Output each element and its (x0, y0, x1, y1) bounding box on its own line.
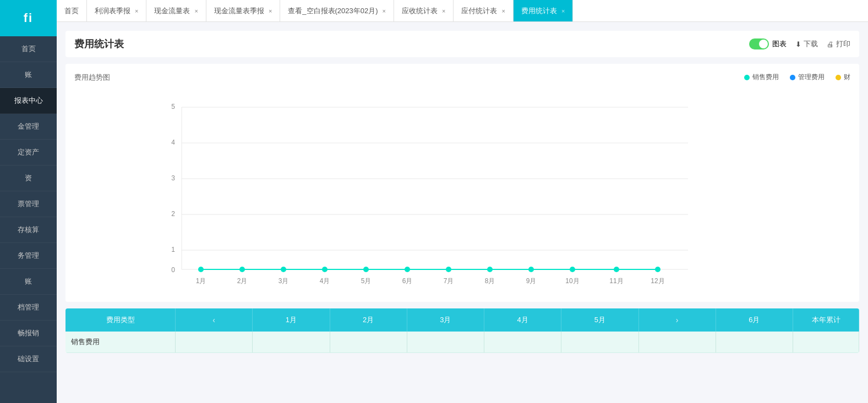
download-icon: ⬇ (795, 40, 801, 48)
tab-receivable[interactable]: 应收统计表 × (394, 0, 454, 21)
svg-text:11月: 11月 (609, 277, 623, 285)
svg-text:1月: 1月 (196, 277, 206, 285)
next-month-arrow-icon[interactable]: › (676, 316, 679, 324)
th-month-6: 6月 (716, 308, 793, 332)
td-m4-sales (484, 332, 561, 352)
svg-text:4: 4 (171, 139, 175, 146)
th-month-1: 1月 (253, 308, 330, 332)
legend-dot-sales (744, 75, 750, 80)
svg-text:12月: 12月 (651, 277, 664, 285)
chart-toggle-wrap: 图表 (749, 38, 787, 49)
legend-finance: 财 (836, 73, 850, 82)
svg-text:6月: 6月 (402, 277, 413, 285)
td-m1-sales (253, 332, 330, 352)
tab-close-payable[interactable]: × (501, 8, 505, 14)
svg-point-21 (528, 267, 534, 272)
svg-text:8月: 8月 (485, 277, 495, 285)
download-button[interactable]: ⬇ 下载 (795, 39, 818, 49)
page-title: 费用统计表 (74, 37, 124, 51)
svg-text:5: 5 (171, 103, 175, 111)
table-header: 费用类型 ‹ 1月 2月 3月 4月 5月 (65, 308, 859, 332)
sidebar-item-home[interactable]: 首页 (0, 36, 57, 62)
svg-point-17 (363, 267, 369, 272)
td-total-sales (793, 332, 859, 352)
svg-text:5月: 5月 (361, 277, 372, 285)
tab-close-receivable[interactable]: × (442, 8, 445, 14)
sidebar-item-service[interactable]: 务管理 (0, 243, 57, 269)
sidebar-item-account[interactable]: 账 (0, 62, 57, 88)
chart-area: 费用趋势图 销售费用 管理费用 财 (65, 64, 859, 302)
svg-text:7月: 7月 (444, 277, 454, 285)
tab-cashflow-quarterly[interactable]: 现金流量表季报 × (206, 0, 280, 21)
svg-text:10月: 10月 (565, 277, 579, 285)
th-prev-arrow[interactable]: ‹ (176, 308, 253, 332)
svg-text:2: 2 (171, 210, 175, 218)
svg-text:9月: 9月 (526, 277, 537, 285)
svg-point-13 (198, 267, 204, 272)
th-next-arrow[interactable]: › (639, 308, 716, 332)
print-button[interactable]: 🖨 打印 (827, 39, 850, 49)
sidebar-item-invoice[interactable]: 票管理 (0, 191, 57, 217)
svg-point-20 (487, 267, 493, 272)
tab-blank-report[interactable]: 查看_空白报表(2023年02月) × (280, 0, 394, 21)
prev-month-arrow-icon[interactable]: ‹ (212, 316, 215, 324)
tab-payable[interactable]: 应付统计表 × (454, 0, 513, 21)
legend-dot-admin (790, 75, 795, 80)
td-type-sales: 销售费用 (65, 332, 176, 352)
tab-expense-stats[interactable]: 费用统计表 × (514, 0, 573, 21)
svg-point-23 (614, 267, 619, 272)
sidebar-item-settings[interactable]: 础设置 (0, 346, 57, 372)
svg-text:1: 1 (171, 246, 175, 253)
sidebar-item-expense[interactable]: 畅报销 (0, 321, 57, 346)
sidebar-item-assets[interactable]: 定资产 (0, 140, 57, 165)
tab-close-blank-report[interactable]: × (383, 8, 386, 14)
tab-bar: 首页 利润表季报 × 现金流量表 × 现金流量表季报 × 查看_空白报表(202… (57, 0, 868, 22)
tab-profit-quarterly[interactable]: 利润表季报 × (87, 0, 146, 21)
svg-point-24 (655, 267, 660, 272)
chart-title: 费用趋势图 (74, 73, 110, 82)
svg-point-14 (239, 267, 245, 272)
sidebar-item-inventory[interactable]: 存核算 (0, 217, 57, 243)
svg-point-15 (281, 267, 286, 272)
td-m5-sales (561, 332, 638, 352)
svg-point-18 (405, 267, 410, 272)
td-prev-spacer (176, 332, 253, 352)
tab-close-cashflow[interactable]: × (194, 8, 198, 14)
sidebar-item-cash[interactable]: 金管理 (0, 114, 57, 140)
th-type: 费用类型 (65, 308, 176, 332)
chart-svg-wrap: 5 4 3 2 1 0 (74, 88, 850, 293)
th-month-4: 4月 (484, 308, 561, 332)
td-m6-sales (716, 332, 793, 352)
legend-sales: 销售费用 (744, 73, 779, 82)
th-total: 本年累计 (793, 308, 859, 332)
tab-cashflow[interactable]: 现金流量表 × (146, 0, 206, 21)
legend-admin: 管理费用 (790, 73, 825, 82)
svg-text:3月: 3月 (279, 277, 289, 285)
sidebar-item-reports[interactable]: 报表中心 (0, 88, 57, 114)
tab-home[interactable]: 首页 (57, 0, 87, 21)
td-m2-sales (330, 332, 407, 352)
tab-close-expense-stats[interactable]: × (561, 8, 565, 14)
th-month-2: 2月 (330, 308, 407, 332)
td-next-spacer (639, 332, 716, 352)
svg-text:2月: 2月 (237, 277, 248, 285)
main-content: 首页 利润表季报 × 现金流量表 × 现金流量表季报 × 查看_空白报表(202… (57, 0, 868, 403)
svg-text:3: 3 (171, 174, 175, 182)
data-table: 费用类型 ‹ 1月 2月 3月 4月 5月 (65, 308, 859, 353)
sidebar-item-salary[interactable]: 资 (0, 165, 57, 191)
chart-toggle-label: 图表 (772, 39, 787, 49)
sidebar-item-ledger[interactable]: 账 (0, 269, 57, 295)
tab-close-cashflow-quarterly[interactable]: × (269, 8, 272, 14)
sidebar: fi 首页 账 报表中心 金管理 定资产 资 票管理 存核算 务管理 账 档管理… (0, 0, 57, 403)
trend-chart: 5 4 3 2 1 0 (74, 88, 850, 291)
chart-toggle[interactable] (749, 38, 769, 49)
page-body: 费用统计表 图表 ⬇ 下载 🖨 打印 费用趋势图 (57, 22, 868, 403)
legend-dot-finance (836, 75, 841, 80)
svg-point-16 (322, 267, 327, 272)
header-actions: 图表 ⬇ 下载 🖨 打印 (749, 38, 850, 49)
page-header: 费用统计表 图表 ⬇ 下载 🖨 打印 (65, 31, 859, 57)
svg-point-22 (570, 267, 575, 272)
td-m3-sales (407, 332, 484, 352)
sidebar-item-archive[interactable]: 档管理 (0, 295, 57, 321)
tab-close-profit-quarterly[interactable]: × (135, 8, 138, 14)
